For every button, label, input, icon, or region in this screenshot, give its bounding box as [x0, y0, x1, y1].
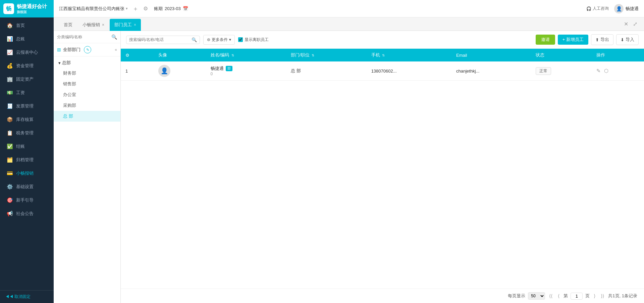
logout-button[interactable]: ⬡: [604, 68, 608, 74]
sidebar-item-news[interactable]: 📢 社会公告: [0, 207, 54, 220]
sidebar-item-label: 工资: [16, 90, 25, 96]
row-name: 畅捷通 部 0: [206, 61, 286, 81]
content-area: 🔍 ⊞ 全部部门 ✎ « ▾ 总部 财务部 销售部: [54, 31, 644, 303]
sidebar-item-home[interactable]: 🏠 首页: [0, 19, 54, 32]
invite-button[interactable]: 邀请: [536, 35, 555, 45]
sidebar-item-payroll[interactable]: 💵 工资: [0, 86, 54, 99]
filter-icon: ⊜: [207, 37, 210, 42]
tabs-actions: ✕ ⤢: [623, 20, 639, 28]
col-name[interactable]: 姓名/编码 ⇅: [206, 49, 286, 61]
dept-item-finance[interactable]: 财务部: [54, 68, 120, 79]
row-email: chanjethkj...: [451, 61, 531, 81]
per-page-select[interactable]: 50 10 20 100: [528, 292, 545, 300]
calendar-icon[interactable]: 📅: [183, 6, 188, 11]
company-selector[interactable]: 江西服宝精品有限责任公司内账张 ▾: [59, 6, 128, 12]
employee-search-field[interactable]: 🔍: [126, 36, 200, 44]
app-subtitle: 旗舰版: [17, 10, 47, 14]
sidebar-item-archive[interactable]: 🗂️ 归档管理: [0, 153, 54, 167]
dept-search-input[interactable]: [57, 35, 109, 39]
company-dropdown-icon: ▾: [126, 6, 128, 11]
dept-edit-button[interactable]: ✎: [84, 46, 91, 53]
row-actions: ✎ ⬡: [592, 61, 644, 81]
edit-button[interactable]: ✎: [596, 68, 601, 74]
tab-home[interactable]: 首页: [59, 19, 77, 31]
tab-department-close[interactable]: ×: [134, 23, 136, 27]
invoice-icon: 🧾: [7, 103, 13, 109]
assets-icon: 🏢: [7, 76, 13, 82]
dept-item-procurement[interactable]: 采购部: [54, 100, 120, 111]
sidebar-item-reports[interactable]: 📈 云报表中心: [0, 46, 54, 59]
page-suffix: 页: [585, 293, 590, 299]
sidebar-item-guide[interactable]: 🎯 新手引导: [0, 193, 54, 207]
employee-search-input[interactable]: [129, 37, 190, 42]
sidebar-item-label: 税务管理: [16, 130, 34, 136]
support-button[interactable]: 🎧 人工咨询: [586, 6, 609, 11]
dept-item-general[interactable]: 总 部: [54, 111, 120, 122]
dept-item-label: 办公室: [63, 92, 76, 97]
sidebar-item-inventory[interactable]: 📦 库存核算: [0, 113, 54, 126]
add-company-button[interactable]: ＋: [131, 5, 140, 13]
first-page-button[interactable]: ⟨⟨: [548, 293, 554, 299]
chevron-down-icon: ▾: [229, 37, 231, 42]
tab-close-all-button[interactable]: ✕: [623, 20, 630, 28]
sidebar-item-label: 云报表中心: [16, 49, 38, 55]
employee-avatar: 👤: [158, 65, 170, 77]
period-value: 2023-03: [165, 6, 181, 11]
sidebar-item-expense[interactable]: 💳 小畅报销: [0, 167, 54, 180]
dept-item-office[interactable]: 办公室: [54, 89, 120, 100]
prev-page-button[interactable]: ⟨: [556, 293, 561, 299]
tab-expense[interactable]: 小畅报销 ×: [78, 19, 109, 31]
dept-collapse-button[interactable]: «: [115, 47, 117, 52]
sidebar-item-label: 总账: [16, 36, 25, 42]
closing-icon: ✅: [7, 143, 13, 149]
dept-item-label: 财务部: [63, 71, 76, 76]
tax-icon: 📋: [7, 130, 13, 136]
dept-item-label: 采购部: [63, 103, 76, 108]
news-icon: 📢: [7, 211, 13, 217]
col-settings[interactable]: ⚙: [121, 49, 154, 61]
add-employee-button[interactable]: + 新增员工: [558, 35, 588, 45]
tab-home-label: 首页: [64, 22, 72, 28]
sidebar-pin-toggle[interactable]: ◀◀ 取消固定: [0, 290, 54, 303]
tab-expense-close[interactable]: ×: [102, 23, 104, 27]
row-avatar: 👤: [154, 61, 206, 81]
import-button[interactable]: ⬇ 导入: [616, 34, 639, 45]
avatar: 👤: [614, 4, 624, 13]
sidebar-item-general-ledger[interactable]: 📊 总账: [0, 32, 54, 46]
show-resigned-checkbox[interactable]: [238, 37, 243, 42]
filter-button[interactable]: ⊜ 更多条件 ▾: [203, 35, 235, 45]
dept-item-sales[interactable]: 销售部: [54, 79, 120, 89]
pin-label: ◀◀ 取消固定: [5, 294, 31, 300]
settings-button[interactable]: ⚙: [143, 5, 148, 12]
sidebar: 畅 畅捷通好会计 旗舰版 🏠 首页 📊 总账 📈 云报表中心 💰 资金管理 🏢 …: [0, 0, 54, 303]
tab-department[interactable]: 部门员工 ×: [110, 19, 141, 31]
last-page-button[interactable]: ⟩⟩: [599, 293, 605, 299]
tab-fullscreen-button[interactable]: ⤢: [632, 20, 639, 28]
settings-icon: ⚙️: [7, 184, 13, 190]
funds-icon: 💰: [7, 63, 13, 69]
page-input[interactable]: [571, 293, 583, 300]
sidebar-item-fixed-assets[interactable]: 🏢 固定资产: [0, 73, 54, 86]
col-dept[interactable]: 部门/职位 ⇅: [286, 49, 367, 61]
sidebar-item-invoice[interactable]: 🧾 发票管理: [0, 99, 54, 113]
next-page-button[interactable]: ⟩: [592, 293, 597, 299]
dept-search-icon[interactable]: 🔍: [111, 34, 117, 40]
col-phone[interactable]: 手机 ⇅: [367, 49, 451, 61]
dept-group-zongbu[interactable]: ▾ 总部: [54, 58, 120, 68]
total-records: 共1页, 1条记录: [608, 293, 637, 299]
payroll-icon: 💵: [7, 90, 13, 96]
sidebar-item-funds[interactable]: 💰 资金管理: [0, 59, 54, 73]
dept-header: ⊞ 全部部门 ✎ «: [54, 43, 120, 56]
sidebar-item-settings[interactable]: ⚙️ 基础设置: [0, 180, 54, 193]
show-resigned-label[interactable]: 显示离职员工: [238, 37, 269, 43]
user-menu[interactable]: 👤 畅捷通: [614, 4, 639, 13]
employee-code: 0: [211, 72, 282, 76]
grid-icon: ⊞: [57, 47, 61, 52]
toolbar-right: 邀请 + 新增员工 ⬆ 导出 ⬇ 导入: [536, 34, 639, 45]
show-resigned-text: 显示离职员工: [245, 37, 269, 43]
employee-name: 畅捷通: [211, 66, 224, 72]
sidebar-item-tax[interactable]: 📋 税务管理: [0, 126, 54, 140]
sidebar-item-closing[interactable]: ✅ 结账: [0, 140, 54, 153]
period-display: 账期 2023-03 📅: [154, 6, 188, 12]
export-button[interactable]: ⬆ 导出: [591, 34, 613, 45]
